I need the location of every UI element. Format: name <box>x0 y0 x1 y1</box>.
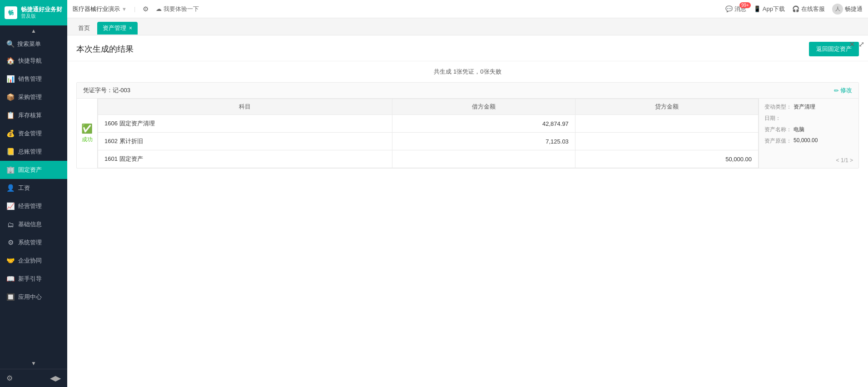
fixed-assets-icon: 🏢 <box>6 166 15 174</box>
asset-value-value: 50,000.00 <box>794 137 818 145</box>
company-name: 医疗器械行业演示 <box>73 5 120 13</box>
mobile-icon: 📱 <box>754 5 761 12</box>
result-summary: 共生成 1张凭证，0张失败 <box>67 61 868 82</box>
sidebar-item-search[interactable]: 🔍 搜索菜单 <box>0 36 67 52</box>
sidebar-label-app-center: 应用中心 <box>18 293 42 301</box>
quick-nav-icon: 🏠 <box>6 57 15 65</box>
sidebar-label-guide: 新手引导 <box>18 275 42 283</box>
sidebar-item-salary[interactable]: 👤 工资 <box>0 179 67 197</box>
tab-home[interactable]: 首页 <box>73 22 95 35</box>
side-info-panel: 变动类型： 资产清理 日期： 资产名称： 电脑 资产原值： 50,000.00 <box>759 99 858 168</box>
sidebar-item-guide[interactable]: 📖 新手引导 <box>0 270 67 288</box>
settings-icon[interactable]: ⚙ <box>6 374 13 382</box>
sidebar-label-cooperation: 企业协同 <box>18 257 42 265</box>
sidebar-item-operation[interactable]: 📈 经营管理 <box>0 197 67 215</box>
fund-icon: 💰 <box>6 129 15 138</box>
ledger-icon: 📒 <box>6 148 15 156</box>
panel-controls: ✕ ⤢ <box>849 40 868 49</box>
sidebar-item-ledger[interactable]: 📒 总账管理 <box>0 143 67 161</box>
sidebar-item-cooperation[interactable]: 🤝 企业协同 <box>0 252 67 270</box>
asset-value-label: 资产原值： <box>764 137 792 145</box>
scroll-down-btn[interactable]: ▼ <box>0 358 67 369</box>
guide-icon: 📖 <box>6 275 15 283</box>
sidebar-item-fixed-assets[interactable]: 🏢 固定资产 <box>0 161 67 179</box>
topbar-right: 💬 消息 99+ 📱 App下载 🎧 在线客服 人 畅捷通 <box>725 4 863 15</box>
sidebar-label-purchase: 采购管理 <box>18 93 42 101</box>
salary-icon: 👤 <box>6 184 15 192</box>
system-icon: ⚙ <box>6 238 15 247</box>
sidebar-label-inventory: 库存核算 <box>18 111 42 119</box>
tabbar: 首页 资产管理 × <box>67 18 868 35</box>
next-btn[interactable]: > <box>850 157 853 164</box>
cell-subject-1: 1602 累计折旧 <box>98 133 392 150</box>
edit-btn[interactable]: ✏ 修改 <box>834 86 852 94</box>
sidebar-item-purchase[interactable]: 📦 采购管理 <box>0 88 67 106</box>
sidebar-footer: ⚙ ◀▶ <box>0 369 67 387</box>
tab-close-btn[interactable]: × <box>129 25 132 31</box>
status-col: ✅ 成功 <box>77 99 98 168</box>
side-pagination: < 1/1 > <box>764 157 853 164</box>
cloud-icon: ☁ <box>156 5 162 12</box>
sidebar-item-fund[interactable]: 💰 资金管理 <box>0 124 67 143</box>
message-btn[interactable]: 💬 消息 99+ <box>725 5 746 13</box>
sidebar-label-fund: 资金管理 <box>18 129 42 138</box>
headset-icon: 🎧 <box>792 5 799 12</box>
sidebar: 畅 畅捷通好业务财 普及版 ▲ 🔍 搜索菜单 🏠 快捷导航 📊 销售管理 📦 采… <box>0 0 67 387</box>
tab-asset-management[interactable]: 资产管理 × <box>97 22 138 35</box>
voucher-number: 凭证字号：记-003 <box>83 86 130 94</box>
col-debit: 借方金额 <box>392 99 575 115</box>
cell-subject-0: 1606 固定资产清理 <box>98 115 392 133</box>
cooperation-icon: 🤝 <box>6 257 15 265</box>
scroll-up-btn[interactable]: ▲ <box>0 25 67 36</box>
gear-icon[interactable]: ⚙ <box>143 5 149 13</box>
search-icon: 🔍 <box>6 40 15 48</box>
asset-name-row: 资产名称： 电脑 <box>764 126 853 134</box>
sidebar-label-salary: 工资 <box>18 184 30 192</box>
sidebar-label-fixed-assets: 固定资产 <box>18 166 42 174</box>
company-selector[interactable]: 医疗器械行业演示 ▼ <box>73 5 127 13</box>
expand-panel-btn[interactable]: ⤢ <box>858 40 864 49</box>
sidebar-header: 畅 畅捷通好业务财 普及版 <box>0 0 67 25</box>
page-title: 本次生成的结果 <box>76 44 134 55</box>
sidebar-item-app-center[interactable]: 🔲 应用中心 <box>0 288 67 306</box>
cell-debit-2 <box>392 150 575 168</box>
separator: | <box>134 5 135 12</box>
sidebar-item-sales[interactable]: 📊 销售管理 <box>0 70 67 88</box>
edit-icon: ✏ <box>834 87 839 94</box>
basic-info-icon: 🗂 <box>6 220 15 228</box>
table-row: 1602 累计折旧 7,125.03 <box>98 133 759 150</box>
sidebar-label-basic-info: 基础信息 <box>18 220 42 228</box>
close-panel-btn[interactable]: ✕ <box>849 40 855 49</box>
collapse-icon[interactable]: ◀▶ <box>50 374 61 382</box>
col-subject: 科目 <box>98 99 392 115</box>
asset-name-value: 电脑 <box>794 126 804 134</box>
dropdown-icon: ▼ <box>122 6 127 12</box>
col-credit: 贷方金额 <box>575 99 758 115</box>
sidebar-item-quick-nav[interactable]: 🏠 快捷导航 <box>0 52 67 70</box>
online-service-btn[interactable]: 🎧 在线客服 <box>792 5 825 13</box>
content-area: ✕ ⤢ 本次生成的结果 返回固定资产 共生成 1张凭证，0张失败 凭证字号：记-… <box>67 35 868 387</box>
sidebar-label-operation: 经营管理 <box>18 202 42 210</box>
sidebar-item-system[interactable]: ⚙ 系统管理 <box>0 233 67 252</box>
page-header: 本次生成的结果 返回固定资产 <box>67 35 868 61</box>
sidebar-item-basic-info[interactable]: 🗂 基础信息 <box>0 215 67 233</box>
user-menu-btn[interactable]: 人 畅捷通 <box>832 4 863 15</box>
app-download-btn[interactable]: 📱 App下载 <box>754 5 785 13</box>
message-badge: 99+ <box>739 2 751 8</box>
change-type-value: 资产清理 <box>794 103 815 111</box>
sidebar-label-quick-nav: 快捷导航 <box>18 57 42 65</box>
voucher-table: 科目 借方金额 贷方金额 1606 固定资产清理 42,874.97 1602 … <box>98 99 759 168</box>
main-wrap: 医疗器械行业演示 ▼ | ⚙ ☁ 我要体验一下 💬 消息 99+ 📱 App下载… <box>67 0 868 387</box>
table-row: 1606 固定资产清理 42,874.97 <box>98 115 759 133</box>
message-icon: 💬 <box>725 5 733 12</box>
voucher-header: 凭证字号：记-003 ✏ 修改 <box>77 83 858 99</box>
app-center-icon: 🔲 <box>6 293 15 301</box>
asset-value-row: 资产原值： 50,000.00 <box>764 137 853 145</box>
sales-icon: 📊 <box>6 75 15 83</box>
prev-btn[interactable]: < <box>836 157 839 164</box>
trial-btn[interactable]: ☁ 我要体验一下 <box>156 5 199 13</box>
sidebar-label-ledger: 总账管理 <box>18 148 42 156</box>
sidebar-item-inventory[interactable]: 📋 库存核算 <box>0 106 67 124</box>
change-type-label: 变动类型： <box>764 103 792 111</box>
cell-credit-0 <box>575 115 758 133</box>
